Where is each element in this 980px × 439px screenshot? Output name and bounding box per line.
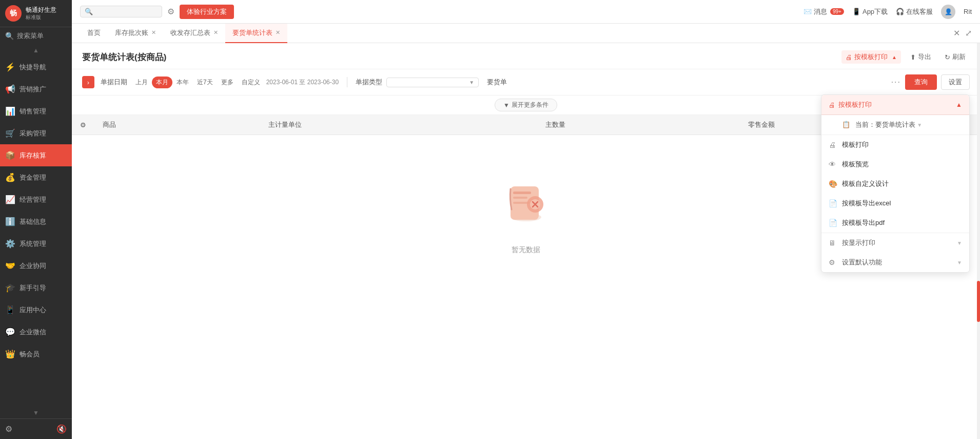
- date-btn-last-month[interactable]: 上月: [131, 77, 152, 88]
- filter-toggle-button[interactable]: ›: [82, 76, 94, 88]
- date-btn-this-month[interactable]: 本月: [152, 77, 172, 88]
- dropdown-template-print[interactable]: 🖨 模板打印: [821, 135, 969, 155]
- dropdown-set-default[interactable]: ⚙ 设置默认功能 ▼: [821, 253, 969, 272]
- main-content: 🔍 ⚙ 体验行业方案 ✉️ 消息 99+ 📱 App下载 🎧 在线客服 👤: [72, 0, 980, 439]
- filter-row-right: ··· 查询 设置: [891, 74, 970, 90]
- set-default-icon: ⚙: [829, 258, 837, 266]
- sidebar-scroll-up[interactable]: ▲: [0, 45, 72, 56]
- col-gear-icon[interactable]: ⚙: [80, 121, 86, 129]
- tab-home[interactable]: 首页: [80, 24, 108, 43]
- tab-order-stats[interactable]: 要货单统计表 ✕: [225, 24, 287, 43]
- dropdown-collapse-icon[interactable]: ▲: [956, 101, 962, 108]
- topbar-gear-icon[interactable]: ⚙: [167, 7, 174, 16]
- expand-conditions-button[interactable]: ▼ 展开更多条件: [495, 99, 557, 111]
- sidebar-item-finance[interactable]: 💰 资金管理: [0, 166, 72, 188]
- maximize-window-icon[interactable]: ⤢: [965, 28, 972, 38]
- message-icon: ✉️: [803, 8, 812, 15]
- query-button[interactable]: 查询: [905, 74, 937, 90]
- app-center-icon: 📱: [5, 305, 15, 315]
- empty-illustration: [500, 176, 552, 237]
- avatar[interactable]: 👤: [941, 5, 955, 19]
- tab-receipts-summary[interactable]: 收发存汇总表 ✕: [163, 24, 225, 43]
- sidebar-item-wechat[interactable]: 💬 企业微信: [0, 321, 72, 343]
- sidebar-item-cooperation[interactable]: 🤝 企业协同: [0, 255, 72, 277]
- topbar-left: 🔍 ⚙ 体验行业方案: [80, 5, 234, 19]
- inventory-icon: 📦: [5, 150, 15, 160]
- print-template-button[interactable]: 🖨 按模板打印 ▲: [841, 50, 901, 64]
- col-quantity: 主数量: [537, 115, 740, 135]
- empty-text: 暂无数据: [512, 245, 540, 255]
- close-window-icon[interactable]: ✕: [953, 28, 960, 38]
- more-options-button[interactable]: ···: [891, 78, 901, 87]
- sidebar-item-marketing[interactable]: 📢 营销推广: [0, 78, 72, 100]
- col-product: 商品: [94, 115, 260, 135]
- topbar-cta-button[interactable]: 体验行业方案: [180, 5, 234, 19]
- online-service-button[interactable]: 🎧 在线客服: [896, 7, 933, 16]
- sidebar-item-quick-nav[interactable]: ⚡ 快捷导航: [0, 56, 72, 78]
- sidebar-item-inventory[interactable]: 📦 库存核算: [0, 144, 72, 166]
- search-icon: 🔍: [5, 32, 14, 40]
- app-download-button[interactable]: 📱 App下载: [852, 7, 888, 16]
- topbar-search-input[interactable]: [95, 8, 156, 15]
- dropdown-title: 🖨 按模板打印: [829, 100, 872, 109]
- display-print-arrow: ▼: [957, 240, 962, 246]
- date-btn-this-year[interactable]: 本年: [172, 77, 193, 88]
- sidebar-item-purchase[interactable]: 🛒 采购管理: [0, 122, 72, 144]
- window-controls: ✕ ⤢: [953, 28, 972, 38]
- tab-batch-account[interactable]: 库存批次账 ✕: [108, 24, 163, 43]
- download-icon: 📱: [852, 8, 860, 15]
- message-button[interactable]: ✉️ 消息 99+: [803, 7, 844, 16]
- dropdown-display-print[interactable]: 🖥 按显示打印 ▼: [821, 233, 969, 253]
- date-btn-custom[interactable]: 自定义: [238, 77, 264, 88]
- refresh-button[interactable]: ↻ 刷新: [940, 50, 970, 64]
- current-arrow-icon: ▼: [917, 122, 922, 128]
- tab-close-receipts-summary[interactable]: ✕: [213, 29, 218, 36]
- export-button[interactable]: ⬆ 导出: [906, 50, 935, 64]
- dropdown-template-preview[interactable]: 👁 模板预览: [821, 155, 969, 174]
- topbar-search-box[interactable]: 🔍: [80, 6, 162, 17]
- col-settings[interactable]: ⚙: [72, 115, 94, 135]
- sidebar-settings-icon[interactable]: ⚙: [5, 424, 12, 434]
- wechat-icon: 💬: [5, 327, 15, 337]
- page-title: 要货单统计表(按商品): [82, 51, 166, 63]
- set-default-arrow: ▼: [957, 260, 962, 265]
- sidebar-nav: ⚡ 快捷导航 📢 营销推广 📊 销售管理 🛒 采购管理 📦 库存核算 💰 资金管…: [0, 56, 72, 407]
- sidebar-item-guide[interactable]: 🎓 新手引导: [0, 277, 72, 299]
- date-range-display: 2023-06-01 至 2023-06-30: [266, 78, 339, 87]
- message-badge: 99+: [830, 8, 844, 15]
- topbar-search-icon: 🔍: [85, 8, 93, 15]
- sidebar-item-system[interactable]: ⚙️ 系统管理: [0, 233, 72, 255]
- sidebar-search[interactable]: 🔍 搜索菜单: [0, 27, 72, 45]
- tab-close-batch-account[interactable]: ✕: [151, 29, 156, 36]
- dropdown-template-excel[interactable]: 📄 按模板导出excel: [821, 194, 969, 213]
- tabs-bar: 首页 库存批次账 ✕ 收发存汇总表 ✕ 要货单统计表 ✕ ✕ ⤢: [72, 24, 980, 43]
- tab-close-order-stats[interactable]: ✕: [276, 29, 280, 36]
- dropdown-header-controls: ▲: [956, 101, 962, 108]
- date-btn-7days[interactable]: 近7天: [193, 77, 217, 88]
- sidebar-bottom: ⚙ 🔇: [0, 418, 72, 439]
- sidebar-item-vip[interactable]: 👑 畅会员: [0, 343, 72, 365]
- system-icon: ⚙️: [5, 239, 15, 249]
- topbar-right: ✉️ 消息 99+ 📱 App下载 🎧 在线客服 👤 Rit: [803, 5, 972, 19]
- sidebar-scroll-down[interactable]: ▼: [0, 407, 72, 418]
- settings-button[interactable]: 设置: [941, 74, 970, 90]
- col-unit: 主计量单位: [260, 115, 537, 135]
- username: Rit: [964, 8, 972, 15]
- purchase-icon: 🛒: [5, 128, 15, 138]
- type-filter-select[interactable]: ▼: [386, 78, 479, 87]
- sidebar-item-operations[interactable]: 📈 经营管理: [0, 188, 72, 211]
- sidebar-item-app-center[interactable]: 📱 应用中心: [0, 299, 72, 321]
- template-custom-icon: 🎨: [829, 180, 837, 188]
- dropdown-current-template[interactable]: 📋 当前：要货单统计表 ▼: [821, 115, 969, 135]
- sidebar-audio-icon[interactable]: 🔇: [56, 424, 67, 434]
- dropdown-template-custom[interactable]: 🎨 模板自定义设计: [821, 174, 969, 194]
- date-btn-more[interactable]: 更多: [217, 77, 238, 88]
- sidebar-item-basic-info[interactable]: ℹ️ 基础信息: [0, 211, 72, 233]
- right-scrollbar[interactable]: [977, 43, 980, 439]
- topbar: 🔍 ⚙ 体验行业方案 ✉️ 消息 99+ 📱 App下载 🎧 在线客服 👤: [72, 0, 980, 24]
- svg-rect-3: [513, 197, 527, 199]
- sales-icon: 📊: [5, 106, 15, 116]
- type-filter-label: 单据类型: [356, 78, 382, 87]
- dropdown-template-pdf[interactable]: 📄 按模板导出pdf: [821, 213, 969, 233]
- sidebar-item-sales[interactable]: 📊 销售管理: [0, 100, 72, 122]
